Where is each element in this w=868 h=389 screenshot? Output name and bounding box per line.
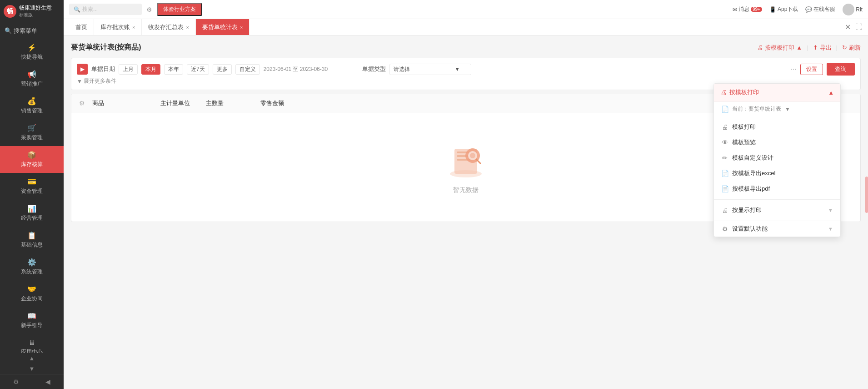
topbar-message[interactable]: ✉ 消息 99+: [733, 5, 762, 13]
message-label: 消息: [738, 5, 749, 13]
svg-point-8: [470, 153, 475, 158]
tab-close-btn[interactable]: ✕: [845, 23, 851, 31]
user-name: Rit: [856, 6, 863, 13]
tab-controls: ✕ ⛶: [845, 23, 863, 31]
sidebar-bottom: ⚙ ◀: [0, 374, 64, 389]
tab-receive-close[interactable]: ×: [186, 25, 189, 30]
sidebar-nav: ⚡ 快捷导航 📢 营销推广 💰 销售管理 🛒 采购管理 📦 库存核算 💳 资金管…: [0, 39, 64, 353]
dropdown-item-display-print[interactable]: 🖨 按显示打印 ▼: [714, 202, 840, 218]
default-func-icon: ⚙: [721, 225, 728, 232]
date-prev-month[interactable]: 上月: [119, 64, 138, 75]
sidebar-scroll-up[interactable]: ▲: [0, 353, 64, 364]
sidebar-item-system[interactable]: ⚙️ 系统管理: [0, 253, 64, 280]
dropdown-item-template-print[interactable]: 🖨 模板打印: [714, 119, 840, 135]
dropdown-section-3: ⚙ 设置默认功能 ▼: [714, 221, 840, 237]
topbar-gear-icon[interactable]: ⚙: [146, 6, 152, 13]
dropdown-item-export-pdf[interactable]: 📄 按模板导出pdf: [714, 181, 840, 197]
basic-icon: 📋: [27, 231, 36, 240]
logo-title: 畅康通好生意: [19, 5, 52, 12]
topbar-search-text: 搜索...: [82, 5, 98, 13]
topbar-search[interactable]: 🔍 搜索...: [69, 4, 142, 15]
tab-home-label: 首页: [75, 23, 87, 31]
tab-receive-summary[interactable]: 收发存汇总表 ×: [142, 19, 195, 35]
more-options-btn[interactable]: ···: [791, 65, 797, 73]
collab-label: 企业协同: [21, 295, 43, 303]
topbar-app-download[interactable]: 📱 App下载: [769, 5, 798, 13]
sidebar-item-finance[interactable]: 💳 资金管理: [0, 173, 64, 200]
topbar-avatar-area[interactable]: Rit: [843, 4, 863, 15]
page-actions: 🖨 按模板打印 ▲ | ⬆ 导出 | ↻ 刷新: [757, 44, 861, 52]
sidebar-scroll-down[interactable]: ▼: [0, 364, 64, 374]
sidebar-collapse-btn[interactable]: ◀: [45, 378, 50, 385]
sidebar: 畅 畅康通好生意 标准版 🔍 搜索菜单 ⚡ 快捷导航 📢 营销推广 💰 销售管理…: [0, 0, 64, 389]
th-checkbox[interactable]: ⚙: [75, 100, 89, 107]
purchase-label: 采购管理: [21, 134, 43, 141]
dropdown-title: 按模板打印: [729, 88, 759, 96]
tab-home[interactable]: 首页: [69, 19, 94, 35]
template-preview-label: 模板预览: [732, 138, 833, 147]
sidebar-item-operation[interactable]: 📊 经营管理: [0, 200, 64, 227]
date-custom[interactable]: 自定义: [235, 64, 260, 75]
sidebar-settings-btn[interactable]: ⚙: [13, 378, 19, 385]
dropdown-item-export-excel[interactable]: 📄 按模板导出excel: [714, 166, 840, 181]
empty-illustration: [443, 140, 489, 181]
trial-button[interactable]: 体验行业方案: [157, 3, 202, 16]
content-area: 要货单统计表(按商品) 🖨 按模板打印 ▲ | ⬆ 导出 | ↻ 刷新: [64, 35, 868, 389]
dropdown-header: 🖨 按模板打印 ▲: [714, 84, 840, 101]
finance-label: 资金管理: [21, 187, 43, 195]
tab-expand-btn[interactable]: ⛶: [855, 23, 863, 31]
scrollbar-handle[interactable]: [865, 177, 868, 213]
date-current-year[interactable]: 本年: [164, 64, 183, 75]
sidebar-item-inventory[interactable]: 📦 库存核算: [0, 146, 64, 173]
refresh-btn[interactable]: ↻ 刷新: [842, 44, 861, 52]
sidebar-search-label: 搜索菜单: [14, 27, 37, 35]
tab-batch-label: 库存批次账: [100, 23, 130, 31]
export-pdf-label: 按模板导出pdf: [732, 185, 833, 193]
template-design-label: 模板自定义设计: [732, 154, 833, 162]
date-last7days[interactable]: 近7天: [187, 64, 209, 75]
sidebar-item-guide[interactable]: 📖 新手引导: [0, 307, 64, 334]
filter-expand-icon[interactable]: ▶: [77, 64, 88, 75]
sidebar-item-collab[interactable]: 🤝 企业协同: [0, 280, 64, 307]
export-btn[interactable]: ⬆ 导出: [813, 44, 832, 52]
marketing-label: 营销推广: [21, 80, 43, 88]
tab-batch-close[interactable]: ×: [132, 25, 135, 30]
sidebar-item-sales[interactable]: 💰 销售管理: [0, 92, 64, 119]
sales-label: 销售管理: [21, 107, 43, 115]
sidebar-search[interactable]: 🔍 搜索菜单: [0, 23, 64, 39]
inventory-label: 库存核算: [21, 161, 43, 168]
apps-icon: 🖥: [28, 338, 35, 347]
date-more[interactable]: 更多: [213, 64, 232, 75]
dropdown-item-template-preview[interactable]: 👁 模板预览: [714, 135, 840, 150]
dropdown-item-default-func[interactable]: ⚙ 设置默认功能 ▼: [714, 221, 840, 237]
default-func-label: 设置默认功能: [732, 225, 824, 233]
sidebar-item-purchase[interactable]: 🛒 采购管理: [0, 119, 64, 146]
current-icon: 📄: [721, 106, 728, 113]
date-current-month[interactable]: 本月: [141, 64, 160, 75]
template-preview-icon: 👁: [721, 139, 728, 146]
sidebar-item-basic[interactable]: 📋 基础信息: [0, 227, 64, 253]
tab-order-summary[interactable]: 要货单统计表 ×: [196, 19, 249, 35]
dropdown-collapse-icon[interactable]: ▲: [828, 89, 834, 96]
type-select[interactable]: 请选择 ▼: [389, 64, 471, 75]
sidebar-item-apps[interactable]: 🖥 应用中心: [0, 334, 64, 353]
settings-button[interactable]: 设置: [800, 64, 823, 75]
tab-batch-account[interactable]: 库存批次账 ×: [94, 19, 142, 35]
user-avatar: [843, 4, 854, 15]
current-arrow-icon: ▼: [785, 106, 790, 112]
apps-label: 应用中心: [21, 348, 43, 353]
search-icon: 🔍: [5, 27, 12, 34]
tab-order-close[interactable]: ×: [240, 25, 243, 30]
topbar: 🔍 搜索... ⚙ 体验行业方案 ✉ 消息 99+ 📱 App下载 💬 在线客服…: [64, 0, 868, 19]
main-area: 🔍 搜索... ⚙ 体验行业方案 ✉ 消息 99+ 📱 App下载 💬 在线客服…: [64, 0, 868, 389]
default-func-arrow: ▼: [828, 226, 833, 232]
sidebar-item-quick-nav[interactable]: ⚡ 快捷导航: [0, 39, 64, 66]
topbar-online-service[interactable]: 💬 在线客服: [805, 5, 835, 13]
print-template-btn[interactable]: 🖨 按模板打印 ▲: [757, 44, 802, 52]
collab-icon: 🤝: [27, 285, 36, 293]
system-label: 系统管理: [21, 268, 43, 276]
operation-icon: 📊: [27, 204, 36, 213]
query-button[interactable]: 查询: [827, 63, 855, 76]
sidebar-item-marketing[interactable]: 📢 营销推广: [0, 66, 64, 92]
dropdown-item-template-design[interactable]: ✏ 模板自定义设计: [714, 150, 840, 166]
